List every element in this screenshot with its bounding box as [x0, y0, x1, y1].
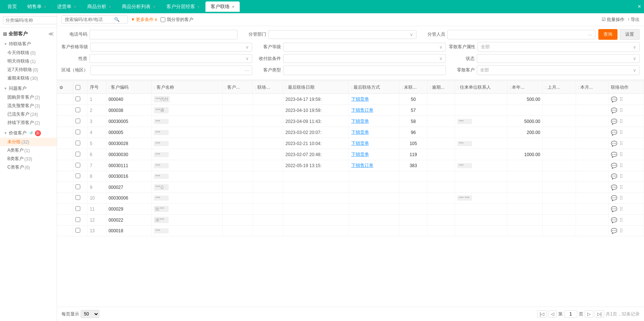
sidebar-item-churned[interactable]: 已流失客户 (24) — [0, 110, 57, 119]
sidebar-item-abnormal[interactable]: 固购异常客户 (2) — [0, 93, 57, 102]
sidebar-item-declining[interactable]: 持续下滑客户 (2) — [0, 119, 57, 127]
td-checkbox-cell[interactable] — [73, 226, 87, 236]
search-input[interactable] — [65, 17, 113, 22]
row-checkbox[interactable] — [75, 184, 80, 189]
td-last-method[interactable]: 下销货单 — [349, 116, 399, 127]
row-checkbox[interactable] — [75, 228, 80, 233]
sidebar-item-today[interactable]: 今天待联络 (0) — [0, 49, 57, 57]
th-name[interactable]: :客户名称 — [152, 81, 222, 94]
field-scattered-attr-select[interactable]: 全部 ∨ — [478, 42, 640, 52]
sidebar-item-class-a[interactable]: A类客户 (1) — [0, 146, 57, 155]
more-icon[interactable]: ⠿ — [619, 217, 623, 223]
search-icon[interactable]: 🔍 — [114, 17, 120, 22]
my-customers-checkbox[interactable]: 我分管的客户 — [161, 17, 193, 23]
more-icon[interactable]: ⠿ — [619, 228, 623, 234]
td-last-method[interactable] — [349, 226, 399, 236]
tab-customer-segment-close[interactable]: × — [197, 4, 200, 9]
th-contact[interactable]: :联络... — [253, 81, 283, 94]
tab-customer-contact-close[interactable]: × — [232, 4, 234, 9]
contact-icon[interactable]: 💬 — [611, 152, 617, 158]
th-code[interactable]: :客户编码 — [106, 81, 152, 94]
last-page-btn[interactable]: ▷| — [595, 310, 604, 318]
field-customer-type-input[interactable] — [283, 66, 446, 75]
tab-customer-segment[interactable]: 客户分层经客 × — [161, 1, 205, 12]
th-this-month[interactable]: :本月... — [576, 81, 608, 94]
contact-icon[interactable]: 💬 — [611, 163, 617, 169]
th-last-date[interactable]: :最后联络日期 — [283, 81, 349, 94]
row-checkbox[interactable] — [75, 217, 80, 222]
td-last-method[interactable]: 下销货单 — [349, 127, 399, 138]
field-scattered-select[interactable]: 全部 ∨ — [477, 65, 640, 75]
sidebar-item-tomorrow[interactable]: 明天待联络 (1) — [0, 57, 57, 66]
more-icon[interactable]: ⠿ — [619, 141, 623, 147]
td-last-method[interactable] — [349, 215, 399, 226]
th-unit-contact[interactable]: :往来单位联系人 — [455, 81, 507, 94]
tab-customer-contact[interactable]: 客户联络 × — [205, 1, 239, 12]
contact-icon[interactable]: 💬 — [611, 130, 617, 135]
row-checkbox[interactable] — [75, 173, 80, 178]
more-icon[interactable]: ⠿ — [619, 96, 623, 102]
collapse-icon[interactable]: ≪ — [48, 31, 54, 37]
prev-page-btn[interactable]: ◁ — [548, 310, 557, 318]
page-input[interactable] — [564, 310, 577, 318]
contact-icon[interactable]: 💬 — [611, 195, 617, 201]
th-type[interactable]: :客户... — [222, 81, 253, 94]
contact-icon[interactable]: 💬 — [611, 119, 617, 124]
td-last-method[interactable] — [349, 193, 399, 204]
select-all-checkbox[interactable] — [75, 85, 80, 90]
row-checkbox[interactable] — [75, 96, 80, 101]
contact-icon[interactable]: 💬 — [611, 228, 617, 234]
td-last-method[interactable]: 下销售订单 — [349, 160, 399, 171]
more-icon[interactable]: ⠿ — [619, 130, 623, 135]
row-checkbox[interactable] — [75, 141, 80, 145]
td-checkbox-cell[interactable] — [73, 215, 87, 226]
row-checkbox[interactable] — [75, 130, 80, 134]
sidebar-item-7days[interactable]: 近7天待联络 (0) — [0, 66, 57, 74]
reset-btn[interactable]: 设置 — [620, 29, 640, 40]
th-last-month[interactable]: :上月... — [543, 81, 576, 94]
td-checkbox-cell[interactable] — [73, 149, 87, 160]
export-btn[interactable]: ↑ 导出 — [627, 17, 640, 23]
tab-analysis-list[interactable]: 商品分析列表 × — [117, 1, 160, 12]
field-payment-select[interactable]: ∨ — [283, 54, 446, 63]
th-no-contact[interactable]: :未联... — [400, 81, 427, 94]
more-conditions-btn[interactable]: ▼ 更多条件 ∧ — [131, 17, 158, 23]
th-overdue[interactable]: :逾期... — [427, 81, 455, 94]
tab-sales[interactable]: 销售单 × — [22, 1, 51, 12]
more-icon[interactable]: ⠿ — [619, 119, 623, 124]
sidebar-item-class-b[interactable]: B类客户 (33) — [0, 155, 57, 163]
field-nature-select[interactable]: ∨ — [89, 54, 252, 63]
tab-analysis-close[interactable]: × — [109, 4, 111, 9]
td-checkbox-cell[interactable] — [73, 127, 87, 138]
per-page-select[interactable]: 50 100 200 — [81, 310, 99, 318]
td-last-method[interactable]: 下销货单 — [349, 138, 399, 149]
window-close-icon[interactable]: × — [638, 3, 641, 10]
refresh-icon[interactable]: ↺ — [29, 131, 33, 135]
row-checkbox[interactable] — [75, 107, 80, 112]
row-checkbox[interactable] — [75, 206, 80, 211]
contact-icon[interactable]: 💬 — [611, 184, 617, 190]
sidebar-item-overdue[interactable]: 逾期未联络 (30) — [0, 74, 57, 82]
sidebar-item-ungrouped[interactable]: 未分组 (32) — [0, 138, 57, 146]
tab-purchase[interactable]: 进货单 × — [52, 1, 81, 12]
more-icon[interactable]: ⠿ — [619, 152, 623, 158]
row-checkbox[interactable] — [75, 119, 80, 123]
td-checkbox-cell[interactable] — [73, 116, 87, 127]
batch-op-btn[interactable]: ☑ 批量操作 — [602, 17, 624, 23]
contact-icon[interactable]: 💬 — [611, 206, 617, 212]
sidebar-item-churn-warning[interactable]: 流失预警客户 (3) — [0, 102, 57, 110]
more-icon[interactable]: ⠿ — [619, 184, 623, 190]
th-this-year[interactable]: :本年... — [507, 81, 543, 94]
sidebar-item-class-c[interactable]: C类客户 (6) — [0, 163, 57, 172]
contact-icon[interactable]: 💬 — [611, 173, 617, 179]
td-checkbox-cell[interactable] — [73, 105, 87, 116]
field-phone-input[interactable] — [89, 30, 237, 39]
home-tab[interactable]: 首页 — [3, 3, 21, 10]
tab-purchase-close[interactable]: × — [74, 4, 76, 9]
td-checkbox-cell[interactable] — [73, 204, 87, 215]
contact-icon[interactable]: 💬 — [611, 141, 617, 147]
td-checkbox-cell[interactable] — [73, 193, 87, 204]
td-last-method[interactable]: 下销售订单 — [349, 105, 399, 116]
row-checkbox[interactable] — [75, 152, 80, 156]
row-checkbox[interactable] — [75, 163, 80, 167]
